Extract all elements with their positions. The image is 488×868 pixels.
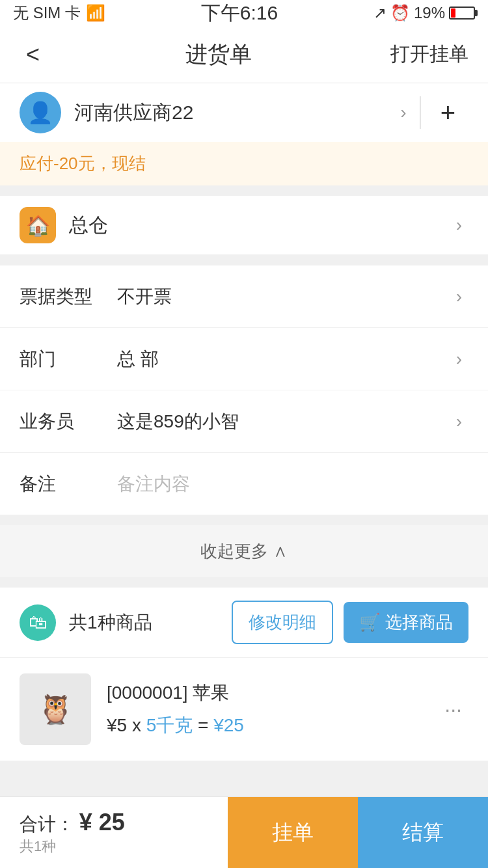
agent-value: 这是859的小智	[111, 409, 456, 434]
product-thumbnail-icon: 🦉	[38, 692, 74, 726]
bottom-bar: 合计： ¥ 25 共1种 挂单 结算	[0, 796, 488, 868]
settle-button[interactable]: 结算	[358, 797, 488, 869]
supplier-row[interactable]: 👤 河南供应商22 › +	[0, 83, 488, 142]
invoice-row[interactable]: 票据类型 不开票 ›	[0, 265, 488, 327]
warehouse-icon: 🏠	[26, 214, 50, 237]
warehouse-icon-bg: 🏠	[20, 207, 56, 243]
status-right: ↗ ⏰ 19%	[373, 4, 475, 22]
battery-icon	[449, 7, 475, 20]
total-section: 合计： ¥ 25 共1种	[0, 809, 228, 856]
products-section: 🛍 共1种商品 修改明细 🛒 选择商品 🦉 [0000001] 苹果 ¥5 x …	[0, 588, 488, 761]
total-amount: ¥ 25	[79, 809, 125, 835]
department-chevron-icon: ›	[456, 349, 462, 370]
remark-row[interactable]: 备注 备注内容	[0, 452, 488, 515]
alarm-icon: ⏰	[390, 4, 410, 22]
select-product-button[interactable]: 🛒 选择商品	[344, 602, 468, 643]
total-price: ¥25	[213, 715, 244, 735]
department-value: 总 部	[111, 347, 456, 372]
wifi-icon: 📶	[86, 4, 105, 22]
warehouse-name: 总仓	[69, 212, 456, 239]
total-label: 合计：	[20, 814, 74, 834]
location-icon: ↗	[373, 4, 386, 22]
supplier-name: 河南供应商22	[74, 100, 400, 126]
remark-label: 备注	[20, 472, 111, 496]
total-row: 合计： ¥ 25	[20, 809, 208, 837]
status-bar: 无 SIM 卡 📶 下午6:16 ↗ ⏰ 19%	[0, 0, 488, 26]
remark-input[interactable]: 备注内容	[111, 472, 468, 496]
warehouse-row[interactable]: 🏠 总仓 ›	[0, 196, 488, 254]
unit-price: ¥5 x	[107, 715, 146, 735]
department-label: 部门	[20, 347, 111, 372]
warehouse-chevron-icon: ›	[456, 215, 462, 236]
supplier-divider	[420, 96, 421, 129]
product-thumbnail: 🦉	[20, 673, 91, 745]
products-count: 共1种商品	[69, 610, 232, 635]
status-time: 下午6:16	[201, 0, 278, 27]
status-left: 无 SIM 卡 📶	[13, 3, 105, 23]
open-hang-button[interactable]: 打开挂单	[390, 41, 468, 68]
edit-detail-button[interactable]: 修改明细	[232, 601, 333, 644]
back-button[interactable]: <	[20, 34, 46, 75]
warehouse-card: 🏠 总仓 ›	[0, 196, 488, 254]
agent-label: 业务员	[20, 409, 111, 434]
products-icon: 🛍	[29, 612, 47, 633]
form-card: 票据类型 不开票 › 部门 总 部 › 业务员 这是859的小智 › 备注 备注…	[0, 265, 488, 515]
payment-info: 应付-20元，现结	[0, 142, 488, 185]
hang-button[interactable]: 挂单	[228, 797, 358, 869]
products-icon-bg: 🛍	[20, 604, 56, 641]
agent-chevron-icon: ›	[456, 411, 462, 432]
supplier-card: 👤 河南供应商22 › + 应付-20元，现结	[0, 83, 488, 185]
department-row[interactable]: 部门 总 部 ›	[0, 327, 488, 390]
invoice-value: 不开票	[111, 284, 456, 309]
quantity: 5千克	[146, 715, 193, 735]
supplier-avatar: 👤	[20, 92, 61, 133]
page-title: 进货单	[185, 40, 252, 70]
supplier-chevron-icon: ›	[400, 102, 406, 123]
agent-row[interactable]: 业务员 这是859的小智 ›	[0, 390, 488, 452]
collapse-text: 收起更多 ∧	[200, 540, 287, 563]
product-name: [0000001] 苹果	[107, 681, 438, 705]
product-price: ¥5 x 5千克 = ¥25	[107, 713, 438, 738]
carrier-text: 无 SIM 卡	[13, 3, 81, 23]
content-area: 👤 河南供应商22 › + 应付-20元，现结 🏠 总仓 › 票据类型 不开票 …	[0, 83, 488, 843]
product-info: [0000001] 苹果 ¥5 x 5千克 = ¥25	[107, 681, 438, 738]
invoice-label: 票据类型	[20, 284, 111, 309]
price-equals: =	[193, 715, 213, 735]
select-product-label: 选择商品	[385, 611, 453, 634]
total-count: 共1种	[20, 837, 208, 856]
product-menu-button[interactable]: ···	[438, 691, 468, 728]
battery-percent: 19%	[414, 4, 445, 22]
invoice-chevron-icon: ›	[456, 286, 462, 307]
collapse-row[interactable]: 收起更多 ∧	[0, 525, 488, 577]
products-header: 🛍 共1种商品 修改明细 🛒 选择商品	[0, 588, 488, 657]
avatar-icon: 👤	[27, 100, 53, 125]
select-product-icon: 🛒	[359, 612, 380, 632]
add-supplier-button[interactable]: +	[427, 92, 468, 134]
product-code: [0000001] 苹果	[107, 683, 229, 703]
product-item: 🦉 [0000001] 苹果 ¥5 x 5千克 = ¥25 ···	[0, 657, 488, 761]
nav-bar: < 进货单 打开挂单	[0, 26, 488, 83]
